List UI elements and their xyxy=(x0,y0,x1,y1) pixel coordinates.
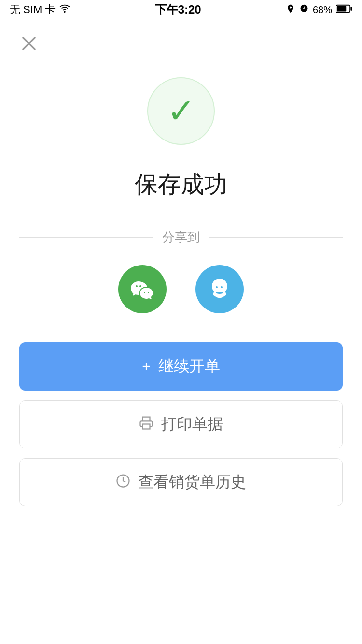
divider-line-right xyxy=(209,237,343,238)
printer-icon xyxy=(139,416,153,434)
success-circle: ✓ xyxy=(147,77,215,145)
battery-label: 68% xyxy=(313,4,332,15)
carrier-label: 无 SIM 卡 xyxy=(10,2,56,17)
share-section: 分享到 xyxy=(19,229,343,313)
history-icon xyxy=(116,474,130,491)
history-button[interactable]: 查看销货单历史 xyxy=(19,458,343,506)
location-icon xyxy=(286,4,295,16)
battery-icon xyxy=(336,4,352,15)
alarm-icon xyxy=(299,4,309,16)
svg-rect-3 xyxy=(337,6,346,11)
wechat-share-button[interactable] xyxy=(118,265,167,313)
status-left: 无 SIM 卡 xyxy=(10,2,70,17)
continue-button[interactable]: + 继续开单 xyxy=(19,342,343,391)
qq-share-button[interactable] xyxy=(195,265,244,313)
wifi-icon xyxy=(59,3,70,16)
continue-label: 继续开单 xyxy=(158,356,220,377)
action-buttons: + 继续开单 打印单据 查看销货单历史 xyxy=(19,342,343,506)
svg-rect-2 xyxy=(350,7,352,10)
print-button[interactable]: 打印单据 xyxy=(19,400,343,448)
main-content: ✓ 保存成功 分享到 + xyxy=(0,68,362,644)
share-icons xyxy=(19,265,343,313)
status-bar: 无 SIM 卡 下午3:20 68% xyxy=(0,0,362,19)
history-label: 查看销货单历史 xyxy=(138,472,246,493)
status-right: 68% xyxy=(286,4,352,16)
print-label: 打印单据 xyxy=(161,414,223,435)
divider-line-left xyxy=(19,237,153,238)
status-time: 下午3:20 xyxy=(155,2,201,17)
close-button[interactable] xyxy=(14,29,43,58)
svg-rect-6 xyxy=(143,424,150,429)
checkmark-icon: ✓ xyxy=(167,94,195,128)
share-label: 分享到 xyxy=(162,229,200,246)
plus-icon: + xyxy=(142,358,151,375)
success-title: 保存成功 xyxy=(135,169,227,200)
svg-point-0 xyxy=(64,11,65,12)
share-divider: 分享到 xyxy=(19,229,343,246)
